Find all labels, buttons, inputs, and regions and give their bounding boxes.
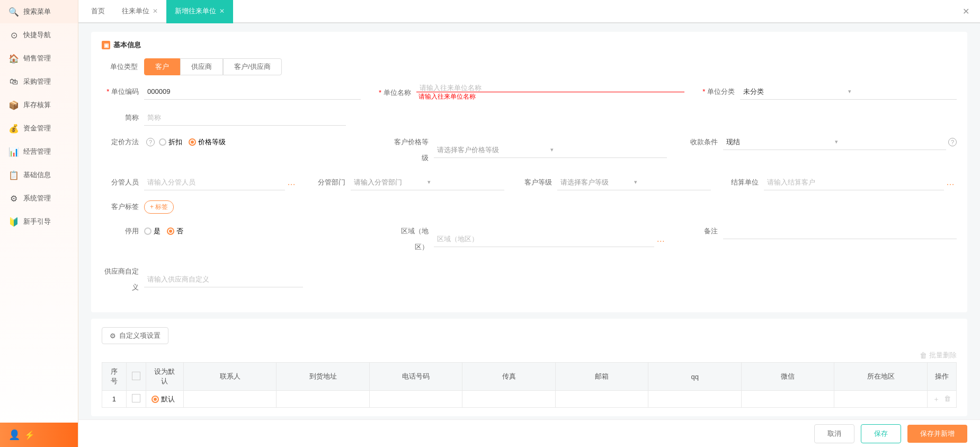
batch-delete-area: 🗑 批量删除 xyxy=(102,350,957,360)
add-tag-button[interactable]: + 标签 xyxy=(144,200,174,214)
phone-input[interactable] xyxy=(375,395,457,403)
sidebar-item-label: 采购管理 xyxy=(23,77,51,86)
row-address[interactable] xyxy=(277,391,369,408)
th-checkbox xyxy=(126,363,146,391)
row-fax[interactable] xyxy=(462,391,555,408)
customer-price-select[interactable]: 请选择客户价格等级 ▾ xyxy=(434,142,667,158)
unit-code-input[interactable] xyxy=(144,84,361,100)
fax-input[interactable] xyxy=(468,395,549,403)
tab-add-unit[interactable]: 新增往来单位 ✕ xyxy=(166,0,233,23)
table-header-row: 序号 设为默认 联系人 到货地址 电话号码 传真 邮箱 qq 微信 所在地区 操… xyxy=(102,363,957,391)
unit-category-value: 未分类 xyxy=(743,87,849,97)
sidebar-item-inventory[interactable]: 📦 库存核算 xyxy=(0,93,78,117)
payment-terms-select[interactable]: 现结 ▾ xyxy=(723,134,946,150)
gear-icon: ⚙ xyxy=(110,332,116,340)
remark-input[interactable] xyxy=(723,223,957,239)
chevron-down-icon5: ▾ xyxy=(634,179,708,186)
row-phone[interactable] xyxy=(369,391,462,408)
abbr-input[interactable] xyxy=(144,110,346,126)
unit-name-input[interactable] xyxy=(416,84,685,92)
footer: 取消 保存 保存并新增 xyxy=(78,419,980,447)
default-radio[interactable]: 默认 xyxy=(152,395,178,404)
sidebar-item-sales[interactable]: 🏠 销售管理 xyxy=(0,47,78,70)
manager-ellipsis-btn[interactable]: … xyxy=(285,178,298,187)
save-new-button[interactable]: 保存并新增 xyxy=(907,425,967,443)
sidebar-item-label: 资金管理 xyxy=(23,124,51,133)
supplier-custom-input[interactable] xyxy=(144,271,303,287)
region-input[interactable] xyxy=(840,395,921,403)
row-checkbox xyxy=(126,391,146,408)
sidebar-item-label: 搜索菜单 xyxy=(23,7,51,16)
customer-price-label: 客户价格等级 xyxy=(391,134,434,166)
add-row-icon[interactable]: ＋ xyxy=(933,395,940,404)
type-btn-supplier[interactable]: 供应商 xyxy=(180,58,223,75)
disable-radio-no[interactable]: 否 xyxy=(167,226,183,236)
department-select[interactable]: 请输入分管部门 ▾ xyxy=(351,174,504,190)
disable-radio-yes[interactable]: 是 xyxy=(144,226,161,236)
sidebar-item-label: 基础信息 xyxy=(23,170,51,180)
row-contact[interactable] xyxy=(184,391,277,408)
contact-input[interactable] xyxy=(189,395,271,403)
batch-delete-label[interactable]: 批量删除 xyxy=(929,350,957,360)
th-wechat: 微信 xyxy=(741,363,834,391)
tab-unit-list-close[interactable]: ✕ xyxy=(153,7,158,15)
payment-terms-help-icon[interactable]: ? xyxy=(948,138,957,146)
tab-home[interactable]: 首页 xyxy=(83,0,113,23)
delete-row-icon[interactable]: 🗑 xyxy=(944,395,951,404)
tab-unit-list[interactable]: 往来单位 ✕ xyxy=(113,0,166,23)
row-qq[interactable] xyxy=(648,391,742,408)
area-input[interactable] xyxy=(434,231,655,247)
area-label: 区域（地区） xyxy=(391,223,434,255)
row-wechat[interactable] xyxy=(741,391,834,408)
settlement-unit-input[interactable] xyxy=(764,174,944,190)
close-all-tabs[interactable]: ✕ xyxy=(956,6,976,16)
unit-name-error: 请输入往来单位名称 xyxy=(416,92,685,101)
sidebar-item-basic[interactable]: 📋 基础信息 xyxy=(0,163,78,187)
unit-category-select[interactable]: 未分类 ▾ xyxy=(740,84,957,100)
qq-input[interactable] xyxy=(654,395,736,403)
row-action: ＋ 🗑 xyxy=(927,391,956,408)
sidebar-item-label: 快捷导航 xyxy=(23,30,51,40)
wechat-input[interactable] xyxy=(747,395,828,403)
row-email[interactable] xyxy=(555,391,648,408)
pricing-radio-discount[interactable]: 折扣 xyxy=(159,137,182,147)
sidebar-item-finance[interactable]: 💰 资金管理 xyxy=(0,117,78,140)
row-default: 默认 xyxy=(146,391,183,408)
select-all-checkbox[interactable] xyxy=(132,372,140,380)
th-phone: 电话号码 xyxy=(369,363,462,391)
sidebar-item-guide[interactable]: 🔰 新手引导 xyxy=(0,210,78,233)
custom-settings-button[interactable]: ⚙ 自定义项设置 xyxy=(102,327,168,344)
row-region[interactable] xyxy=(834,391,927,408)
pricing-level-label: 价格等级 xyxy=(198,137,226,147)
customer-level-select[interactable]: 请选择客户等级 ▾ xyxy=(557,174,711,190)
section-title-text: 基本信息 xyxy=(113,40,141,50)
sidebar-item-label: 新手引导 xyxy=(23,217,51,226)
address-input[interactable] xyxy=(282,395,363,403)
pricing-help-icon[interactable]: ? xyxy=(146,138,155,146)
table-row: 1 默认 xyxy=(102,391,957,408)
abbr-label: 简称 xyxy=(102,110,144,126)
sidebar-item-operations[interactable]: 📊 经营管理 xyxy=(0,140,78,163)
unit-name-wrap: 请输入往来单位名称 xyxy=(416,84,685,101)
manager-input[interactable] xyxy=(144,174,285,190)
home-icon: ⊙ xyxy=(8,30,19,40)
sidebar-item-quick-nav[interactable]: ⊙ 快捷导航 xyxy=(0,23,78,47)
pricing-discount-label: 折扣 xyxy=(168,137,182,147)
row-select-checkbox[interactable] xyxy=(132,394,140,402)
sidebar-item-purchase[interactable]: 🛍 采购管理 xyxy=(0,70,78,93)
sidebar-item-search[interactable]: 🔍 搜索菜单 xyxy=(0,0,78,23)
save-button[interactable]: 保存 xyxy=(861,424,901,443)
sidebar-bottom[interactable]: 👤 ⚡ xyxy=(0,423,78,447)
tab-add-unit-close[interactable]: ✕ xyxy=(219,7,225,15)
settlement-ellipsis-btn[interactable]: … xyxy=(944,178,957,187)
pricing-radio-level[interactable]: 价格等级 xyxy=(189,137,226,147)
cancel-button[interactable]: 取消 xyxy=(814,424,854,443)
email-input[interactable] xyxy=(561,395,643,403)
area-ellipsis-btn[interactable]: … xyxy=(654,234,667,244)
supplier-custom-label: 供应商自定义 xyxy=(102,264,144,295)
type-btn-both[interactable]: 客户/供应商 xyxy=(223,58,282,75)
type-btn-customer[interactable]: 客户 xyxy=(144,58,180,75)
radio-no xyxy=(167,227,174,235)
sidebar-item-system[interactable]: ⚙ 系统管理 xyxy=(0,187,78,210)
customer-tag-label: 客户标签 xyxy=(102,199,144,215)
